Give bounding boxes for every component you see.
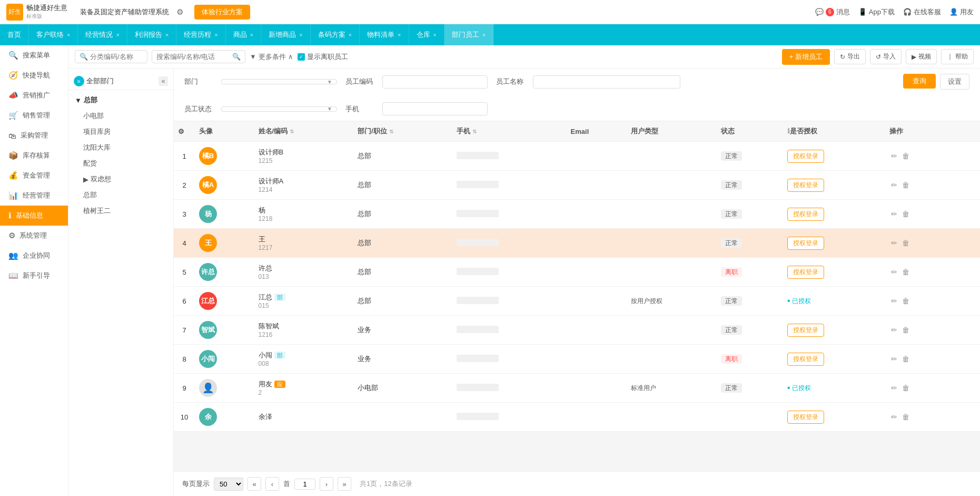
- delete-button[interactable]: 🗑: [900, 238, 911, 248]
- edit-button[interactable]: ✏: [889, 296, 899, 306]
- sidebar-item-collab[interactable]: 👥 企业协同: [0, 246, 68, 266]
- edit-button[interactable]: ✏: [889, 383, 899, 393]
- per-page-select[interactable]: 50 100: [214, 478, 243, 491]
- settings-button[interactable]: ⚙: [172, 5, 187, 20]
- dept-item-shuanglv[interactable]: ▶ 双虑想: [68, 171, 173, 187]
- delete-button[interactable]: 🗑: [900, 209, 911, 219]
- dept-item-zonbu2[interactable]: 总部: [68, 187, 173, 203]
- sidebar-item-inventory[interactable]: 📦 库存核算: [0, 145, 68, 166]
- export-button[interactable]: ↻ 导出: [834, 49, 866, 64]
- tab-employee[interactable]: 部门员工×: [444, 24, 493, 45]
- dept-filter-select[interactable]: ▼: [221, 79, 337, 84]
- delete-button[interactable]: 🗑: [900, 296, 911, 306]
- tab-bom[interactable]: 物料清单×: [360, 24, 409, 45]
- dept-item-shenyang[interactable]: 沈阳大库: [68, 140, 173, 155]
- next-page-btn[interactable]: ›: [320, 477, 333, 491]
- edit-button[interactable]: ✏: [889, 209, 899, 219]
- close-tab-warehouse[interactable]: ×: [433, 32, 437, 38]
- status-filter-select[interactable]: ▼: [221, 106, 337, 112]
- close-tab-barcode[interactable]: ×: [349, 32, 352, 38]
- query-button[interactable]: 查询: [903, 74, 936, 89]
- tab-journey[interactable]: 经营历程×: [176, 24, 225, 45]
- tab-goods[interactable]: 商品×: [226, 24, 261, 45]
- page-input[interactable]: [294, 479, 315, 490]
- delete-button[interactable]: 🗑: [900, 267, 911, 277]
- auth-button[interactable]: 授权登录: [787, 179, 824, 192]
- import-button[interactable]: ↺ 导入: [870, 49, 902, 64]
- tab-add-goods[interactable]: 新增商品×: [261, 24, 310, 45]
- auth-button[interactable]: 授权登录: [787, 237, 824, 250]
- code-filter-input[interactable]: [382, 75, 488, 89]
- close-tab-operation[interactable]: ×: [116, 32, 119, 38]
- phone-filter-input[interactable]: [382, 102, 488, 115]
- sidebar-item-search[interactable]: 🔍 搜索菜单: [0, 45, 68, 65]
- dept-item-zhishu[interactable]: 植树王二: [68, 203, 173, 219]
- trial-button[interactable]: 体验行业方案: [194, 5, 250, 20]
- delete-button[interactable]: 🗑: [900, 412, 911, 422]
- dept-search-input[interactable]: [90, 53, 143, 61]
- th-name[interactable]: 姓名/编码⇅: [254, 121, 353, 142]
- sidebar-item-purchase[interactable]: 🛍 采购管理: [0, 125, 68, 145]
- tab-customer[interactable]: 客户联络×: [29, 24, 78, 45]
- main-search-input[interactable]: [156, 53, 230, 61]
- auth-button[interactable]: 授权登录: [787, 208, 824, 221]
- delete-button[interactable]: 🗑: [900, 325, 911, 335]
- add-employee-button[interactable]: + 新增员工: [782, 49, 830, 65]
- edit-button[interactable]: ✏: [889, 412, 899, 422]
- dept-item-project[interactable]: 项目库房: [68, 124, 173, 140]
- auth-button[interactable]: 授权登录: [787, 353, 824, 366]
- sidebar-item-marketing[interactable]: 📣 营销推广: [0, 85, 68, 105]
- user-item[interactable]: 👤 用友: [949, 7, 974, 17]
- app-download-item[interactable]: 📱 App下载: [858, 7, 895, 17]
- last-page-btn[interactable]: »: [338, 477, 351, 491]
- tab-warehouse[interactable]: 仓库×: [409, 24, 444, 45]
- tab-barcode[interactable]: 条码方案×: [311, 24, 360, 45]
- dept-search-wrap[interactable]: 🔍: [75, 50, 147, 63]
- edit-button[interactable]: ✏: [889, 151, 899, 161]
- delete-button[interactable]: 🗑: [900, 180, 911, 190]
- delete-button[interactable]: 🗑: [900, 151, 911, 161]
- close-tab-bom[interactable]: ×: [398, 32, 401, 38]
- dept-item-xiaodian[interactable]: 小电部: [68, 108, 173, 124]
- delete-button[interactable]: 🗑: [900, 354, 911, 364]
- th-dept[interactable]: 部门/职位⇅: [353, 121, 452, 142]
- dept-all-icon[interactable]: ≡: [74, 76, 84, 86]
- help-button[interactable]: ｜ 帮助: [941, 49, 974, 64]
- sidebar-item-system[interactable]: ⚙ 系统管理: [0, 226, 68, 246]
- edit-button[interactable]: ✏: [889, 325, 899, 335]
- tab-profit[interactable]: 利润报告×: [127, 24, 176, 45]
- name-filter-input[interactable]: [533, 75, 680, 89]
- prev-page-btn[interactable]: ‹: [265, 477, 279, 491]
- dept-item-peihuo[interactable]: 配货: [68, 155, 173, 171]
- close-tab-profit[interactable]: ×: [165, 32, 169, 38]
- sidebar-item-sales[interactable]: 🛒 销售管理: [0, 105, 68, 125]
- auth-button[interactable]: 授权登录: [787, 324, 824, 337]
- close-tab-customer[interactable]: ×: [67, 32, 70, 38]
- th-phone[interactable]: 手机⇅: [452, 121, 566, 142]
- dept-all-label[interactable]: 全部部门: [86, 76, 114, 86]
- sidebar-item-guide[interactable]: 📖 新手引导: [0, 266, 68, 286]
- message-item[interactable]: 💬 6 消息: [815, 7, 850, 17]
- sidebar-item-finance[interactable]: 💰 资金管理: [0, 166, 68, 186]
- close-tab-journey[interactable]: ×: [214, 32, 217, 38]
- main-search-wrap[interactable]: 🔍: [152, 50, 245, 63]
- view-button[interactable]: ▶ 视频: [906, 49, 937, 64]
- th-settings[interactable]: ⚙: [174, 121, 195, 142]
- sidebar-item-nav[interactable]: 🧭 快捷导航: [0, 65, 68, 85]
- set-button[interactable]: 设置: [940, 74, 969, 90]
- delete-button[interactable]: 🗑: [900, 383, 911, 393]
- tab-home[interactable]: 首页: [0, 24, 29, 45]
- sidebar-item-biz[interactable]: 📊 经营管理: [0, 186, 68, 206]
- first-page-btn[interactable]: «: [248, 477, 261, 491]
- auth-button[interactable]: 授权登录: [787, 150, 824, 163]
- edit-button[interactable]: ✏: [889, 354, 899, 364]
- auth-button[interactable]: 授权登录: [787, 411, 824, 424]
- close-tab-employee[interactable]: ×: [482, 32, 486, 38]
- edit-button[interactable]: ✏: [889, 267, 899, 277]
- close-tab-goods[interactable]: ×: [250, 32, 253, 38]
- show-resigned-wrap[interactable]: ✓ 显示离职员工: [298, 52, 348, 62]
- auth-button[interactable]: 授权登录: [787, 266, 824, 279]
- tab-operation[interactable]: 经营情况×: [78, 24, 127, 45]
- edit-button[interactable]: ✏: [889, 180, 899, 190]
- more-filter-btn[interactable]: ▼ 更多条件 ∧: [250, 52, 293, 62]
